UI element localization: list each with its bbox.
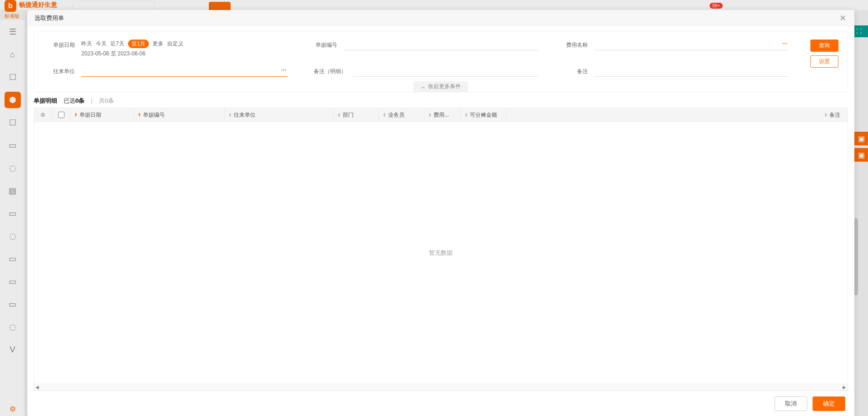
date-preset-today[interactable]: 今天 (96, 40, 107, 48)
partner-unit-input[interactable] (81, 66, 287, 77)
modal-footer: 取消 确定 (27, 391, 854, 416)
modal-vertical-scrollbar[interactable] (850, 45, 853, 359)
column-label: 费用... (434, 111, 449, 119)
bill-table: ⚙ ▲▼ 单据日期 ▲▼ 单据编号 ▲▼ 往来单位 ▲▼ 部门 (34, 108, 848, 391)
column-dept[interactable]: ▲▼ 部门 (334, 108, 379, 122)
fee-name-input[interactable] (594, 40, 789, 50)
column-salesperson[interactable]: ▲▼ 业务员 (379, 108, 424, 122)
table-horizontal-scrollbar[interactable]: ◀ ▶ (34, 384, 848, 390)
filter-settings-button[interactable]: 设置 (810, 55, 838, 68)
filter-label-fee-name: 费用名称 (556, 40, 588, 49)
sort-icon[interactable]: ▲▼ (337, 113, 341, 117)
select-all-checkbox[interactable] (58, 112, 64, 118)
sort-icon[interactable]: ▲▼ (138, 113, 141, 117)
filter-label-remark: 备注 (556, 66, 588, 75)
list-meta-bar: 单据明细 已选0条 | 共0条 (34, 97, 848, 105)
date-preset-group: 昨天 今天 近7天 近1月 更多 自定义 (81, 40, 287, 48)
date-preset-last1m[interactable]: 近1月 (128, 40, 149, 48)
fee-name-picker-icon[interactable]: ⋯ (782, 40, 789, 47)
column-label: 单据编号 (143, 111, 165, 119)
chevron-up-icon: ︽ (421, 84, 425, 90)
modal-body: 单据日期 昨天 今天 近7天 近1月 更多 自定义 2023-05-06 至 2… (27, 26, 854, 391)
total-count: 共0条 (99, 97, 114, 105)
modal-title: 选取费用单 (35, 14, 64, 22)
sort-icon[interactable]: ▲▼ (824, 113, 828, 117)
date-range-display: 2023-05-06 至 2023-06-06 (81, 50, 287, 58)
date-preset-custom[interactable]: 自定义 (167, 40, 183, 48)
column-remark[interactable]: ▲▼ 备注 (506, 108, 848, 122)
scroll-left-icon[interactable]: ◀ (34, 384, 40, 390)
cancel-button[interactable]: 取消 (774, 396, 807, 411)
collapse-filters-toggle[interactable]: ︽ 收起更多条件 (414, 81, 468, 92)
filter-row-2: 往来单位 ⋯ 备注（明细） 备注 (43, 66, 838, 77)
remark-input[interactable] (594, 66, 789, 77)
sort-icon[interactable]: ▲▼ (228, 113, 232, 117)
filter-label-partner-unit: 往来单位 (43, 66, 75, 75)
close-icon: ✕ (839, 14, 846, 23)
column-settings-gear-icon[interactable]: ⚙ (34, 108, 52, 122)
table-body-empty: 暂无数据 (34, 122, 848, 384)
filter-fee-name: 费用名称 ⋯ (556, 40, 789, 50)
column-bill-date[interactable]: ▲▼ 单据日期 (70, 108, 134, 122)
bill-no-input[interactable] (344, 40, 538, 50)
column-label: 业务员 (388, 111, 404, 119)
table-header-row: ⚙ ▲▼ 单据日期 ▲▼ 单据编号 ▲▼ 往来单位 ▲▼ 部门 (34, 108, 848, 122)
date-preset-more[interactable]: 更多 (153, 40, 163, 48)
sort-icon[interactable]: ▲▼ (464, 113, 468, 117)
filter-bill-no: 单据编号 (306, 40, 538, 50)
modal-close-button[interactable]: ✕ (838, 13, 847, 23)
column-bill-no[interactable]: ▲▼ 单据编号 (134, 108, 225, 122)
column-fee[interactable]: ▲▼ 费用... (424, 108, 461, 122)
column-label: 部门 (343, 111, 354, 119)
column-alloc-amount[interactable]: ▲▼ 可分摊金额 (461, 108, 506, 122)
column-label: 备注 (829, 111, 840, 119)
column-label: 可分摊金额 (470, 111, 497, 119)
filter-bill-date: 单据日期 昨天 今天 近7天 近1月 更多 自定义 2023-05-06 至 2… (43, 40, 287, 58)
partner-unit-picker-icon[interactable]: ⋯ (281, 67, 287, 73)
query-button[interactable]: 查询 (810, 40, 838, 52)
scroll-right-icon[interactable]: ▶ (841, 384, 848, 390)
empty-state-text: 暂无数据 (429, 249, 453, 257)
date-preset-yesterday[interactable]: 昨天 (81, 40, 92, 48)
filter-label-bill-date: 单据日期 (43, 40, 75, 49)
sort-icon[interactable]: ▲▼ (383, 113, 386, 117)
filter-action-buttons: 查询 设置 (810, 40, 838, 68)
filter-label-remark-detail: 备注（明细） (306, 66, 346, 75)
select-expense-bill-modal: 选取费用单 ✕ 单据日期 昨天 今天 近7天 近1月 (27, 10, 854, 416)
filter-partner-unit: 往来单位 ⋯ (43, 66, 287, 77)
filter-panel: 单据日期 昨天 今天 近7天 近1月 更多 自定义 2023-05-06 至 2… (34, 31, 848, 92)
sort-icon[interactable]: ▲▼ (74, 113, 78, 117)
filter-row-1: 单据日期 昨天 今天 近7天 近1月 更多 自定义 2023-05-06 至 2… (43, 40, 838, 58)
list-title: 单据明细 (34, 97, 57, 105)
filter-remark-detail: 备注（明细） (306, 66, 538, 77)
column-label: 往来单位 (234, 111, 256, 119)
filter-remark: 备注 (556, 66, 789, 77)
selected-count: 已选0条 (64, 97, 84, 105)
collapse-filters-label: 收起更多条件 (428, 83, 461, 90)
column-select-all[interactable] (52, 108, 70, 122)
date-preset-last7[interactable]: 近7天 (110, 40, 124, 48)
column-label: 单据日期 (79, 111, 101, 119)
column-partner-unit[interactable]: ▲▼ 往来单位 (225, 108, 334, 122)
remark-detail-input[interactable] (353, 66, 538, 77)
ok-button[interactable]: 确定 (813, 396, 845, 411)
modal-header: 选取费用单 ✕ (27, 10, 854, 26)
list-meta-separator: | (91, 97, 92, 104)
sort-icon[interactable]: ▲▼ (428, 113, 432, 117)
filter-label-bill-no: 单据编号 (306, 40, 337, 49)
